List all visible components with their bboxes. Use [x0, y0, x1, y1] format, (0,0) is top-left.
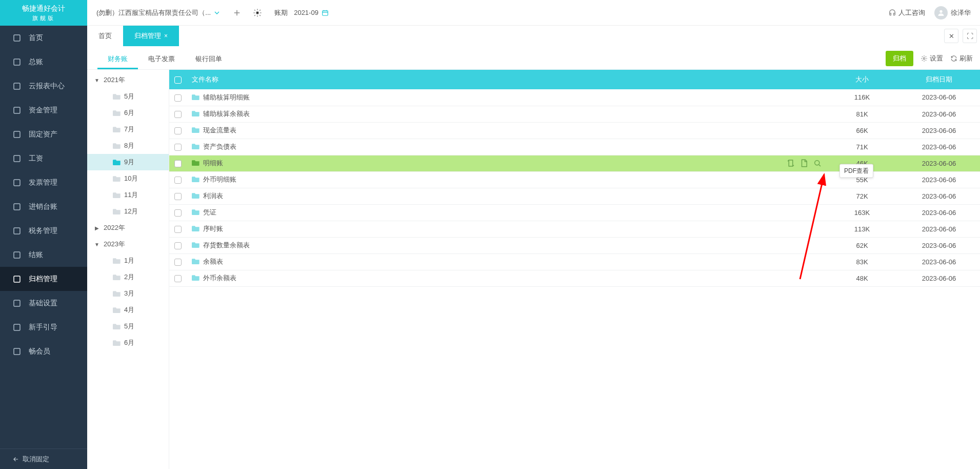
nav-label: 结账 [29, 250, 43, 260]
row-checkbox[interactable] [174, 242, 182, 249]
table-row[interactable]: 辅助核算明细账116K2023-06-06 [169, 89, 980, 106]
unpin-icon [12, 456, 19, 463]
tree-month[interactable]: 6月 [87, 105, 169, 121]
tree-month[interactable]: 8月 [87, 138, 169, 154]
table-row[interactable]: 资产负债表71K2023-06-06 [169, 139, 980, 155]
user-name: 徐泽华 [951, 8, 971, 17]
row-checkbox[interactable] [174, 111, 182, 118]
nav-item-invoice[interactable]: 发票管理 [0, 170, 87, 194]
nav-item-closing[interactable]: 结账 [0, 243, 87, 267]
gear-icon[interactable] [253, 8, 262, 17]
chevron-down-icon [213, 9, 221, 17]
nav-item-inventory[interactable]: 进销台账 [0, 194, 87, 219]
row-checkbox[interactable] [174, 275, 182, 282]
table-row[interactable]: 外币余额表48K2023-06-06 [169, 270, 980, 286]
nav-item-assets[interactable]: 固定资产 [0, 122, 87, 146]
nav-item-funds[interactable]: 资金管理 [0, 98, 87, 122]
sub-tab[interactable]: 财务账 [97, 49, 138, 69]
convert-icon[interactable] [786, 159, 795, 168]
period-value[interactable]: 2021-09 [294, 9, 318, 16]
table-row[interactable]: 存货数量余额表62K2023-06-06 [169, 237, 980, 253]
tree-month[interactable]: 3月 [87, 285, 169, 302]
user-menu[interactable]: 徐泽华 [934, 6, 971, 19]
svg-rect-4 [14, 131, 20, 138]
row-checkbox[interactable] [174, 94, 182, 102]
col-name: 文件名称 [187, 70, 826, 89]
tree-month[interactable]: 11月 [87, 187, 169, 203]
plus-icon[interactable] [232, 8, 242, 17]
cell-date: 2023-06-06 [898, 221, 980, 237]
nav-item-report-center[interactable]: 云报表中心 [0, 74, 87, 98]
settings-link[interactable]: 设置 [921, 54, 943, 63]
table-row[interactable]: 辅助核算余额表81K2023-06-06 [169, 106, 980, 122]
tree-month[interactable]: 7月 [87, 121, 169, 138]
nav-label: 资金管理 [29, 106, 57, 115]
tree-month[interactable]: 5月 [87, 318, 169, 335]
col-checkbox[interactable] [169, 70, 187, 89]
nav-item-member[interactable]: 畅会员 [0, 339, 87, 363]
row-checkbox[interactable] [174, 226, 182, 233]
row-checkbox[interactable] [174, 177, 182, 184]
workspace-tab[interactable]: 归档管理× [123, 26, 179, 46]
row-checkbox[interactable] [174, 209, 182, 217]
cell-date: 2023-06-06 [898, 188, 980, 204]
sub-tab[interactable]: 电子发票 [138, 49, 185, 69]
calendar-icon[interactable] [322, 9, 329, 16]
svg-rect-1 [14, 59, 20, 65]
pdf-icon[interactable] [799, 159, 809, 168]
tree-month[interactable]: 9月 [87, 154, 169, 170]
close-icon[interactable]: × [164, 32, 168, 40]
tree-month[interactable]: 1月 [87, 252, 169, 269]
company-selector[interactable]: (勿删）江西服宝精品有限责任公司（... [96, 8, 221, 17]
table-row[interactable]: 凭证163K2023-06-06 [169, 204, 980, 221]
table-row[interactable]: 现金流量表66K2023-06-06 [169, 122, 980, 139]
file-table-wrap: 文件名称 大小 归档日期 辅助核算明细账116K2023-06-06辅助核算余额… [169, 70, 980, 469]
workspace-tab[interactable]: 首页 [87, 26, 123, 46]
row-checkbox[interactable] [174, 144, 182, 151]
nav-item-home[interactable]: 首页 [0, 26, 87, 50]
nav-label: 基础设置 [29, 299, 57, 308]
tree-year[interactable]: ▼2021年 [87, 72, 169, 88]
tree-month[interactable]: 6月 [87, 335, 169, 351]
svg-rect-5 [14, 155, 20, 162]
cell-date: 2023-06-06 [898, 237, 980, 253]
support-button[interactable]: 人工咨询 [888, 8, 925, 17]
tree-month[interactable]: 12月 [87, 203, 169, 220]
tree-month[interactable]: 4月 [87, 302, 169, 318]
table-row[interactable]: 利润表72K2023-06-06 [169, 188, 980, 204]
cell-size: 113K [826, 221, 898, 237]
table-row[interactable]: 余额表83K2023-06-06 [169, 253, 980, 270]
refresh-link[interactable]: 刷新 [950, 54, 973, 63]
workspace-tabs: 首页归档管理× ✕ ⛶ [87, 26, 980, 46]
nav-item-tax[interactable]: 税务管理 [0, 219, 87, 243]
nav-item-guide[interactable]: 新手引导 [0, 315, 87, 339]
svg-rect-13 [14, 348, 20, 355]
row-checkbox[interactable] [174, 127, 182, 134]
nav-label: 新手引导 [29, 323, 57, 332]
nav-item-archive[interactable]: 归档管理 [0, 267, 87, 291]
tree-year-label: 2023年 [104, 240, 125, 249]
sub-tab[interactable]: 银行回单 [185, 49, 232, 69]
tree-month[interactable]: 5月 [87, 88, 169, 105]
col-size: 大小 [826, 70, 898, 89]
svg-rect-7 [14, 204, 20, 210]
sidebar-unpin[interactable]: 取消固定 [0, 448, 87, 469]
svg-rect-8 [14, 228, 20, 234]
nav-item-ledger[interactable]: 总账 [0, 50, 87, 74]
svg-rect-2 [14, 83, 20, 89]
tree-month[interactable]: 2月 [87, 269, 169, 285]
fullscreen-button[interactable]: ⛶ [963, 29, 977, 43]
row-checkbox[interactable] [174, 160, 182, 167]
nav-item-salary[interactable]: 工资 [0, 146, 87, 170]
tree-month[interactable]: 10月 [87, 170, 169, 187]
tree-year[interactable]: ▶2022年 [87, 220, 169, 236]
row-checkbox[interactable] [174, 193, 182, 200]
table-row[interactable]: 序时账113K2023-06-06 [169, 221, 980, 237]
archive-button[interactable]: 归档 [886, 51, 913, 66]
row-checkbox[interactable] [174, 259, 182, 266]
nav-item-settings[interactable]: 基础设置 [0, 291, 87, 315]
view-icon[interactable] [813, 159, 822, 168]
close-all-button[interactable]: ✕ [944, 29, 958, 43]
nav-label: 固定资产 [29, 130, 57, 139]
tree-year[interactable]: ▼2023年 [87, 236, 169, 252]
